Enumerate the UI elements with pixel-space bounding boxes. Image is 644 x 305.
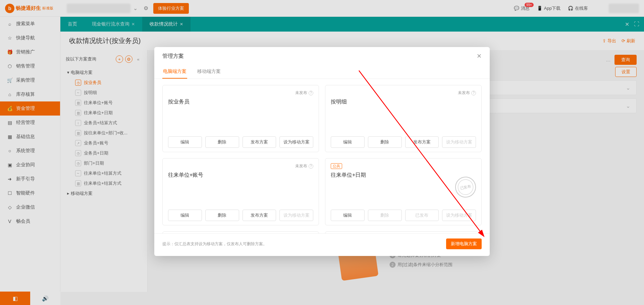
- help-icon[interactable]: ?: [309, 164, 313, 169]
- modal-tab-desktop[interactable]: 电脑端方案: [162, 65, 187, 79]
- card-action[interactable]: 编辑: [168, 210, 202, 221]
- card-action-disabled: 设为移动方案: [442, 136, 476, 148]
- card-action-disabled: 删除: [368, 210, 402, 221]
- card-action[interactable]: 删除: [205, 210, 239, 221]
- plan-card-3: 公共往来单位+日期已发布编辑删除已发布设为移动方案: [325, 158, 482, 225]
- modal-footer: 提示：仅汇总表支持设为移动方案，仅发布人可删除方案。 新增电脑方案: [154, 233, 490, 256]
- card-title: 往来单位+账号: [168, 172, 313, 179]
- modal-tip: 提示：仅汇总表支持设为移动方案，仅发布人可删除方案。: [162, 241, 267, 247]
- help-icon[interactable]: ?: [309, 91, 313, 95]
- card-action[interactable]: 编辑: [168, 136, 202, 148]
- card-action[interactable]: 发布方案: [405, 136, 439, 148]
- modal-header: 管理方案 ✕: [154, 47, 490, 65]
- modal-title: 管理方案: [162, 53, 184, 60]
- card-action[interactable]: 编辑: [331, 136, 365, 148]
- plan-card-2: 未发布 ?往来单位+账号编辑删除发布方案设为移动方案: [162, 158, 319, 225]
- card-status: 未发布 ?: [458, 90, 476, 96]
- plan-card-peek: [325, 231, 482, 233]
- manage-plan-modal: 管理方案 ✕ 电脑端方案 移动端方案 未发布 ?按业务员编辑删除发布方案设为移动…: [154, 47, 490, 256]
- plan-card-1: 未发布 ?按明细编辑删除发布方案设为移动方案: [325, 85, 482, 152]
- card-action-disabled: 设为移动方案: [442, 210, 476, 221]
- modal-close-icon[interactable]: ✕: [477, 52, 482, 60]
- card-action[interactable]: 设为移动方案: [279, 136, 313, 148]
- card-status: 未发布 ?: [295, 163, 313, 169]
- card-action[interactable]: 发布方案: [243, 136, 276, 148]
- modal-body: 未发布 ?按业务员编辑删除发布方案设为移动方案未发布 ?按明细编辑删除发布方案设…: [154, 79, 490, 233]
- card-status: 未发布 ?: [295, 90, 313, 96]
- card-title: 按业务员: [168, 98, 313, 105]
- card-action[interactable]: 删除: [205, 136, 239, 148]
- card-action[interactable]: 删除: [368, 136, 402, 148]
- card-action[interactable]: 发布方案: [243, 210, 276, 221]
- card-title: 按明细: [331, 98, 476, 105]
- card-action-disabled: 已发布: [405, 210, 439, 221]
- card-action-disabled: 设为移动方案: [279, 210, 313, 221]
- plan-card-peek: [162, 231, 319, 233]
- card-title: 往来单位+日期: [331, 172, 476, 179]
- public-tag: 公共: [331, 163, 342, 169]
- modal-tabs: 电脑端方案 移动端方案: [154, 65, 490, 79]
- card-action[interactable]: 编辑: [331, 210, 365, 221]
- plan-card-0: 未发布 ?按业务员编辑删除发布方案设为移动方案: [162, 85, 319, 152]
- add-plan-button[interactable]: 新增电脑方案: [446, 238, 482, 249]
- help-icon[interactable]: ?: [471, 91, 476, 95]
- modal-overlay: 管理方案 ✕ 电脑端方案 移动端方案 未发布 ?按业务员编辑删除发布方案设为移动…: [0, 0, 644, 305]
- modal-tab-mobile[interactable]: 移动端方案: [197, 65, 221, 79]
